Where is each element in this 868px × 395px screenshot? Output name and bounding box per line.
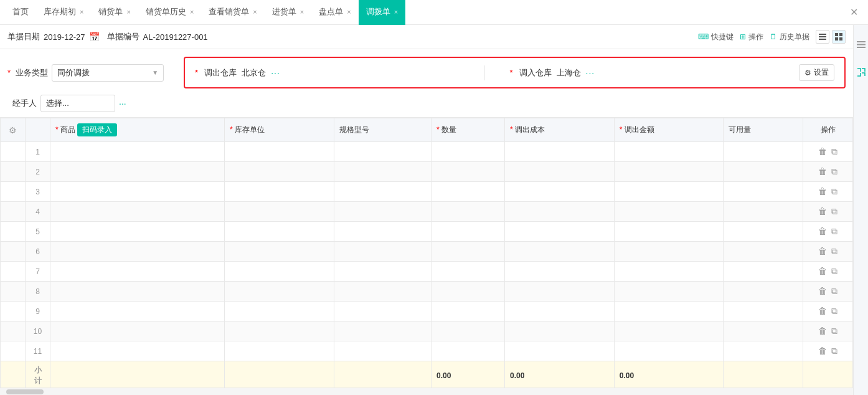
delete-icon[interactable]: 🗑: [818, 226, 827, 236]
row-qty[interactable]: [432, 222, 505, 242]
row-unit[interactable]: [225, 182, 334, 202]
operations-action[interactable]: ⊞ 操作: [740, 32, 763, 42]
row-qty[interactable]: [432, 341, 505, 361]
row-spec[interactable]: [334, 341, 431, 361]
copy-icon[interactable]: ⧉: [831, 286, 837, 296]
row-product[interactable]: [50, 222, 225, 242]
row-unit[interactable]: [225, 162, 334, 182]
tab-close-sales-history[interactable]: ×: [190, 8, 194, 16]
tab-view-sales[interactable]: 查看销货单 ×: [201, 0, 264, 25]
view-grid-icon[interactable]: [832, 30, 846, 44]
in-warehouse-more[interactable]: ···: [586, 68, 595, 78]
copy-icon[interactable]: ⧉: [831, 326, 837, 336]
delete-icon[interactable]: 🗑: [818, 286, 827, 296]
copy-icon[interactable]: ⧉: [831, 266, 837, 276]
row-spec[interactable]: [334, 222, 431, 242]
delete-icon[interactable]: 🗑: [818, 206, 827, 216]
row-unit[interactable]: [225, 321, 334, 341]
row-amount[interactable]: [614, 302, 724, 321]
business-type-select[interactable]: 同价调拨 ▼: [52, 64, 164, 82]
tab-home[interactable]: 首页: [5, 0, 36, 25]
row-spec[interactable]: [334, 302, 431, 321]
row-qty[interactable]: [432, 182, 505, 202]
row-cost[interactable]: [505, 202, 615, 222]
row-amount[interactable]: [614, 182, 724, 202]
row-product[interactable]: [50, 142, 225, 162]
row-spec[interactable]: [334, 162, 431, 182]
row-spec[interactable]: [334, 242, 431, 262]
copy-icon[interactable]: ⧉: [831, 246, 837, 256]
row-amount[interactable]: [614, 222, 724, 242]
row-qty[interactable]: [432, 162, 505, 182]
shortcut-action[interactable]: ⌨ 快捷键: [698, 32, 734, 42]
copy-icon[interactable]: ⧉: [831, 306, 837, 316]
copy-icon[interactable]: ⧉: [831, 206, 837, 216]
row-qty[interactable]: [432, 142, 505, 162]
row-cost[interactable]: [505, 242, 615, 262]
scan-button[interactable]: 扫码录入: [77, 123, 117, 136]
row-amount[interactable]: [614, 282, 724, 302]
tab-transfer[interactable]: 调拨单 ×: [359, 0, 405, 25]
row-spec[interactable]: [334, 321, 431, 341]
row-unit[interactable]: [225, 202, 334, 222]
delete-icon[interactable]: 🗑: [818, 146, 827, 156]
tab-purchase[interactable]: 进货单 ×: [265, 0, 311, 25]
row-qty[interactable]: [432, 262, 505, 282]
table-settings-icon[interactable]: ⚙: [9, 125, 17, 135]
row-amount[interactable]: [614, 142, 724, 162]
copy-icon[interactable]: ⧉: [831, 226, 837, 236]
row-cost[interactable]: [505, 341, 615, 361]
row-amount[interactable]: [614, 262, 724, 282]
scroll-thumb[interactable]: [6, 389, 44, 394]
tab-inventory-init[interactable]: 库存期初 ×: [36, 0, 91, 25]
row-cost[interactable]: [505, 302, 615, 321]
row-cost[interactable]: [505, 262, 615, 282]
delete-icon[interactable]: 🗑: [818, 346, 827, 356]
row-unit[interactable]: [225, 302, 334, 321]
tab-close-inventory-init[interactable]: ×: [80, 8, 83, 16]
sidebar-list-icon[interactable]: [854, 37, 869, 52]
tab-inventory[interactable]: 盘点单 ×: [311, 0, 358, 25]
row-product[interactable]: [50, 182, 225, 202]
row-product[interactable]: [50, 242, 225, 262]
delete-icon[interactable]: 🗑: [818, 186, 827, 196]
operator-select[interactable]: 选择...: [40, 95, 115, 112]
operator-more[interactable]: ···: [119, 98, 126, 108]
delete-icon[interactable]: 🗑: [818, 166, 827, 176]
row-spec[interactable]: [334, 142, 431, 162]
row-product[interactable]: [50, 162, 225, 182]
copy-icon[interactable]: ⧉: [831, 146, 837, 156]
horizontal-scrollbar[interactable]: [0, 388, 853, 395]
row-spec[interactable]: [334, 182, 431, 202]
out-warehouse-more[interactable]: ···: [271, 68, 280, 78]
tab-close-view-sales[interactable]: ×: [253, 8, 257, 16]
delete-icon[interactable]: 🗑: [818, 266, 827, 276]
row-unit[interactable]: [225, 262, 334, 282]
row-unit[interactable]: [225, 142, 334, 162]
tab-close-purchase[interactable]: ×: [300, 8, 304, 16]
window-close-button[interactable]: ✕: [844, 3, 863, 22]
copy-icon[interactable]: ⧉: [831, 346, 837, 356]
row-amount[interactable]: [614, 242, 724, 262]
row-product[interactable]: [50, 341, 225, 361]
row-qty[interactable]: [432, 321, 505, 341]
row-amount[interactable]: [614, 162, 724, 182]
delete-icon[interactable]: 🗑: [818, 326, 827, 336]
tab-sales-order[interactable]: 销货单 ×: [91, 0, 138, 25]
copy-icon[interactable]: ⧉: [831, 186, 837, 196]
row-cost[interactable]: [505, 182, 615, 202]
row-cost[interactable]: [505, 222, 615, 242]
row-amount[interactable]: [614, 202, 724, 222]
row-cost[interactable]: [505, 321, 615, 341]
row-unit[interactable]: [225, 282, 334, 302]
row-product[interactable]: [50, 282, 225, 302]
row-spec[interactable]: [334, 282, 431, 302]
row-qty[interactable]: [432, 282, 505, 302]
row-cost[interactable]: [505, 142, 615, 162]
row-amount[interactable]: [614, 341, 724, 361]
row-cost[interactable]: [505, 162, 615, 182]
row-product[interactable]: [50, 321, 225, 341]
sidebar-expand-icon[interactable]: [854, 65, 869, 80]
row-unit[interactable]: [225, 222, 334, 242]
row-amount[interactable]: [614, 321, 724, 341]
